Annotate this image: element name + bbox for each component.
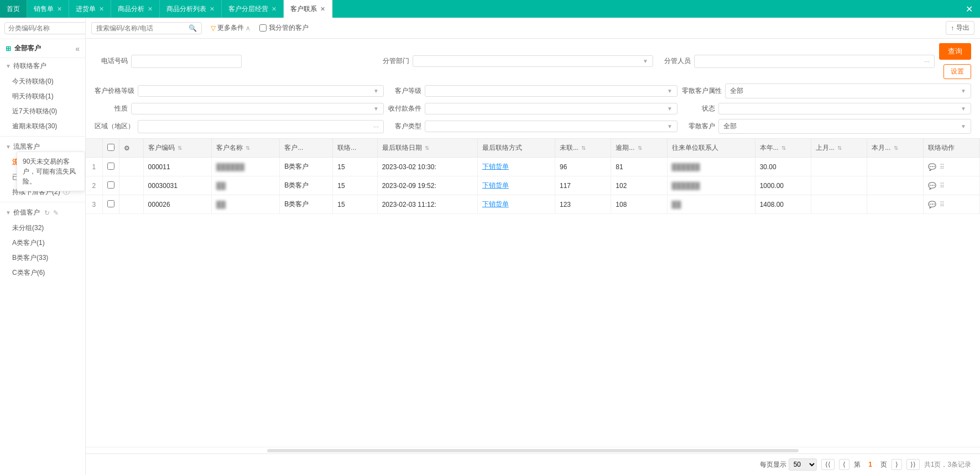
col-last-contact-date[interactable]: 最后联络日期 ⇅: [377, 139, 477, 158]
tab-purchase-close[interactable]: ✕: [99, 6, 104, 13]
cell-name-2: ██: [211, 195, 279, 214]
zero-retail-attr-select[interactable]: 全部 ▼: [725, 83, 971, 98]
query-button[interactable]: 查询: [939, 43, 971, 60]
table-body: 1 000011 ██████ B类客户 15 2023-03-02 10:30…: [86, 158, 980, 214]
export-button[interactable]: ↑ 导出: [946, 21, 974, 35]
row-checkbox-0[interactable]: [107, 163, 114, 170]
row-checkbox-1[interactable]: [107, 181, 114, 189]
region-more-icon[interactable]: ···: [373, 123, 379, 131]
my-customers-checkbox[interactable]: [259, 24, 267, 32]
filter-search-input[interactable]: [96, 24, 186, 32]
col-this-year[interactable]: 本年... ⇅: [755, 139, 811, 158]
status-select[interactable]: ▼: [718, 103, 971, 114]
col-customer-name[interactable]: 客户名称 ⇅: [211, 139, 279, 158]
my-customers-checkbox-label[interactable]: 我分管的客户: [259, 23, 309, 33]
last-page-button[interactable]: ⟩⟩: [906, 459, 920, 470]
col-customer-code[interactable]: 客户编码 ⇅: [143, 139, 211, 158]
sidebar-collapse-button[interactable]: «: [75, 44, 80, 53]
sidebar-item-today[interactable]: 今天待联络(0): [0, 74, 85, 89]
filter-search-icon[interactable]: 🔍: [189, 24, 197, 32]
col-code-label: 客户编码: [148, 144, 175, 152]
sidebar: 🔍 ⊞ 全部客户 « ▼ 待联络客户 今天待联络(0) 明天待联络(1) 近7天…: [0, 18, 86, 475]
sidebar-item-overdue[interactable]: 逾期未联络(30): [0, 119, 85, 134]
col-no-contact[interactable]: 未联... ⇅: [555, 139, 611, 158]
dept-select[interactable]: ▼: [413, 55, 653, 67]
sidebar-search-input[interactable]: [4, 22, 86, 34]
this-month-sort-icon: ⇅: [894, 145, 898, 151]
more-conditions-button[interactable]: ▽ 更多条件 ∧: [206, 22, 255, 34]
window-close-button[interactable]: ✕: [958, 0, 980, 18]
tab-sales-close[interactable]: ✕: [57, 6, 62, 13]
sidebar-all-customers[interactable]: ⊞ 全部客户 «: [0, 39, 85, 58]
payment-select[interactable]: ▼: [425, 103, 677, 114]
cell-empty-2: [119, 195, 143, 214]
sidebar-item-c-class[interactable]: C类客户(6): [0, 265, 85, 280]
action-more-icon-1[interactable]: ⠿: [940, 182, 945, 190]
zero-retail-label: 零散客户: [682, 122, 715, 131]
person-more-icon[interactable]: ···: [924, 58, 930, 65]
gender-chevron-icon: ▼: [373, 106, 379, 112]
phone-input[interactable]: [131, 55, 242, 68]
tab-customer-tier-close[interactable]: ✕: [272, 6, 277, 13]
tab-analysis-list-close[interactable]: ✕: [210, 6, 215, 13]
cell-method-2: 下销货单: [477, 195, 555, 214]
sidebar-item-a-class[interactable]: A类客户(1): [0, 236, 85, 250]
prev-page-button[interactable]: ⟨: [839, 459, 849, 470]
action-more-icon-2[interactable]: ⠿: [940, 201, 945, 208]
tab-analysis-list[interactable]: 商品分析列表 ✕: [160, 0, 222, 18]
col-last-month[interactable]: 上月... ⇅: [811, 139, 867, 158]
sidebar-item-7days[interactable]: 近7天待联络(0): [0, 104, 85, 119]
tab-customer-tier[interactable]: 客户分层经营 ✕: [222, 0, 284, 18]
person-label: 分管人员: [658, 56, 691, 66]
region-select[interactable]: ···: [138, 120, 384, 133]
customer-level-select[interactable]: ▼: [425, 85, 677, 97]
tab-analysis-label: 商品分析: [118, 4, 144, 14]
gender-select[interactable]: ▼: [131, 103, 384, 114]
tab-analysis-close[interactable]: ✕: [148, 6, 153, 13]
sidebar-group-value[interactable]: ▼ 价值客户 ↻ ✎: [0, 205, 85, 221]
value-refresh-icon[interactable]: ↻: [44, 209, 50, 217]
horizontal-scrollbar-thumb[interactable]: [267, 449, 799, 452]
select-all-checkbox[interactable]: [107, 144, 114, 151]
action-chat-icon-0[interactable]: 💬: [928, 163, 936, 171]
col-overdue[interactable]: 逾期... ⇅: [611, 139, 667, 158]
sidebar-item-ungrouped[interactable]: 未分组(32): [0, 221, 85, 236]
person-select[interactable]: ···: [694, 55, 935, 68]
tab-customer-contact[interactable]: 客户联系 ✕: [284, 0, 332, 18]
sidebar-item-b-class[interactable]: B类客户(33): [0, 250, 85, 265]
export-icon: ↑: [951, 24, 954, 32]
action-chat-icon-2[interactable]: 💬: [928, 201, 936, 208]
zero-retail-select[interactable]: 全部 ▼: [718, 119, 971, 134]
per-page-label: 每页显示: [760, 460, 786, 469]
per-page-select[interactable]: 50 100: [789, 458, 817, 471]
settings-button[interactable]: 设置: [943, 64, 971, 79]
last-month-sort-icon: ⇅: [837, 145, 842, 151]
sidebar-group-pending[interactable]: ▼ 待联络客户: [0, 58, 85, 74]
cell-unit-2: ██: [667, 195, 755, 214]
cell-no-contact-0: 96: [555, 158, 611, 176]
customer-type-select[interactable]: ▼: [425, 121, 677, 132]
tab-sales[interactable]: 销售单 ✕: [27, 0, 69, 18]
filter-dept-field: 分管部门 ▼: [376, 55, 653, 67]
action-chat-icon-1[interactable]: 💬: [928, 182, 936, 190]
action-more-icon-0[interactable]: ⠿: [940, 163, 945, 171]
tomorrow-label: 明天待联络(1): [12, 92, 54, 100]
row-checkbox-2[interactable]: [107, 200, 114, 207]
table-settings-icon[interactable]: ⚙: [124, 144, 130, 152]
sidebar-item-tomorrow[interactable]: 明天待联络(1): [0, 89, 85, 104]
value-edit-icon[interactable]: ✎: [53, 209, 59, 217]
next-page-button[interactable]: ⟩: [892, 459, 902, 470]
tab-home[interactable]: 首页: [0, 0, 27, 18]
customer-price-select[interactable]: ▼: [138, 85, 384, 97]
col-this-month[interactable]: 本月... ⇅: [867, 139, 923, 158]
zero-retail-attr-value: 全部: [730, 86, 743, 96]
tab-purchase[interactable]: 进货单 ✕: [69, 0, 111, 18]
contact-method-link-1[interactable]: 下销货单: [482, 181, 509, 189]
first-page-button[interactable]: ⟨⟨: [821, 459, 835, 470]
filter-phone-field: 电话号码: [95, 55, 372, 68]
tab-customer-contact-close[interactable]: ✕: [320, 6, 325, 13]
contact-method-link-2[interactable]: 下销货单: [482, 200, 509, 208]
col-this-year-label: 本年...: [760, 144, 779, 152]
tab-analysis[interactable]: 商品分析 ✕: [111, 0, 160, 18]
contact-method-link-0[interactable]: 下销货单: [482, 163, 509, 170]
